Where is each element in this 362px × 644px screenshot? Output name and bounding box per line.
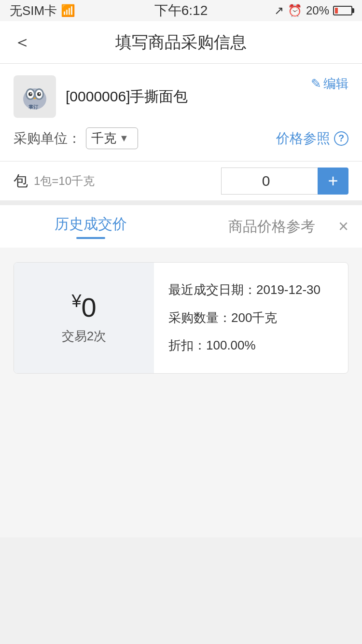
tab-history-label: 历史成交价 — [55, 214, 127, 234]
status-right: ↗ ⏰ 20% — [274, 4, 352, 17]
svg-text:掌订: 掌订 — [28, 104, 39, 110]
status-bar: 无SIM卡 📶 下午6:12 ↗ ⏰ 20% — [0, 0, 362, 21]
edit-icon: ✎ — [311, 76, 321, 91]
status-left: 无SIM卡 📶 — [10, 2, 75, 19]
battery-indicator — [333, 6, 352, 15]
price-amount: ¥0 — [71, 291, 96, 323]
price-ref-button[interactable]: 价格参照 ? — [276, 129, 348, 148]
qty-input-group: + — [221, 168, 348, 195]
tab-product-price-label: 商品价格参考 — [228, 217, 315, 237]
tab-close-button[interactable]: × — [338, 216, 348, 237]
svg-point-8 — [39, 93, 41, 95]
plus-icon: + — [328, 171, 338, 191]
tab-bar: 历史成交价 商品价格参考 × — [0, 205, 362, 248]
battery-percent: 20% — [306, 4, 329, 17]
currency-symbol: ¥ — [71, 291, 81, 311]
status-time: 下午6:12 — [154, 1, 208, 20]
alarm-icon: ⏰ — [288, 4, 302, 17]
product-card: 掌订 [0000006]手撕面包 ✎ 编辑 采购单位： 千克 ▼ 价格参照 ? — [0, 64, 362, 161]
qty-label: 包 1包=10千克 — [14, 171, 95, 191]
trade-count: 交易2次 — [62, 328, 106, 345]
product-name: [0000006]手撕面包 — [66, 87, 188, 107]
tab-underline — [76, 237, 105, 239]
package-label: 包 — [14, 171, 28, 191]
page-title: 填写商品采购信息 — [115, 31, 247, 54]
product-left: 掌订 [0000006]手撕面包 — [14, 75, 188, 118]
recent-trade-date: 最近成交日期：2019-12-30 — [168, 280, 334, 300]
quantity-plus-button[interactable]: + — [318, 168, 348, 195]
price-right-panel: 最近成交日期：2019-12-30 采购数量：200千克 折扣：100.00% — [154, 263, 348, 373]
tab-history-price[interactable]: 历史成交价 — [0, 205, 181, 248]
svg-point-7 — [30, 93, 32, 95]
price-card: ¥0 交易2次 最近成交日期：2019-12-30 采购数量：200千克 折扣：… — [14, 262, 348, 374]
product-image: 掌订 — [14, 75, 56, 118]
location-icon: ↗ — [274, 4, 284, 17]
purchase-unit-label: 采购单位： — [14, 129, 81, 148]
unit-conversion-label: 1包=10千克 — [34, 173, 95, 189]
product-header: 掌订 [0000006]手撕面包 ✎ 编辑 — [14, 75, 348, 118]
quantity-input[interactable] — [221, 168, 318, 195]
section-divider — [0, 200, 362, 205]
carrier-text: 无SIM卡 — [10, 2, 57, 19]
price-left-panel: ¥0 交易2次 — [14, 263, 154, 373]
unit-select[interactable]: 千克 ▼ — [86, 127, 138, 149]
help-icon: ? — [334, 131, 348, 146]
tab-product-price-ref[interactable]: 商品价格参考 — [181, 205, 362, 248]
wifi-icon: 📶 — [61, 4, 75, 17]
product-logo: 掌订 — [18, 80, 52, 113]
nav-bar: ＜ 填写商品采购信息 — [0, 21, 362, 64]
quantity-section: 包 1包=10千克 + — [0, 162, 362, 200]
dropdown-arrow-icon: ▼ — [119, 133, 129, 144]
purchase-unit-row: 采购单位： 千克 ▼ — [14, 127, 138, 149]
discount: 折扣：100.00% — [168, 336, 334, 356]
edit-button[interactable]: ✎ 编辑 — [311, 75, 348, 92]
purchase-quantity: 采购数量：200千克 — [168, 308, 334, 328]
content-area: ¥0 交易2次 最近成交日期：2019-12-30 采购数量：200千克 折扣：… — [0, 248, 362, 537]
purchase-row: 采购单位： 千克 ▼ 价格参照 ? — [14, 127, 348, 149]
back-button[interactable]: ＜ — [14, 30, 31, 54]
